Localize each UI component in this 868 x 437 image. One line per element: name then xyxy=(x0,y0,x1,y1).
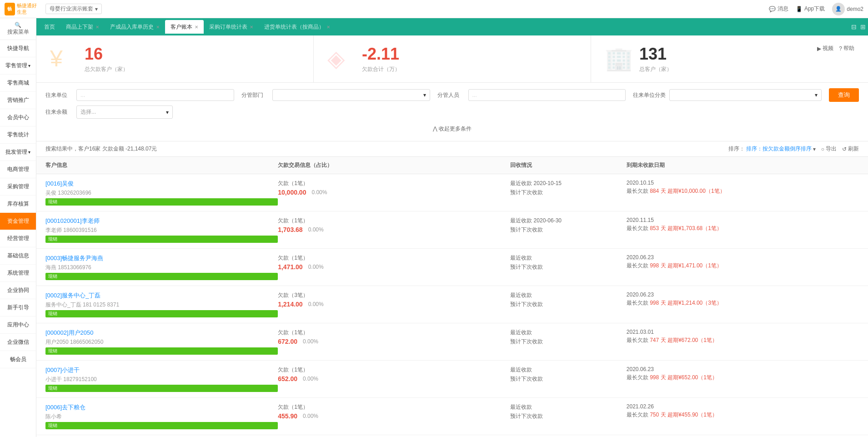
overdue-link[interactable]: 超期¥1,214.00（3笔） xyxy=(667,300,722,306)
customer-name-link[interactable]: [0002]服务中心_丁磊 xyxy=(45,291,278,300)
logo-area: 畅 畅捷通好生意 xyxy=(5,3,41,15)
close-icon[interactable]: ✕ xyxy=(195,25,198,30)
debt-percent: 0.00% xyxy=(311,189,327,196)
table-row: [000002]用户2050 用户2050 18665062050 现销 欠款（… xyxy=(36,323,868,361)
debt-percent: 0.00% xyxy=(308,264,324,270)
dept-input[interactable]: ▾ xyxy=(272,89,430,101)
refresh-button[interactable]: ↺ 刷新 xyxy=(842,145,859,153)
overdue-link[interactable]: 超期¥10,000.00（1笔） xyxy=(667,188,725,194)
close-icon[interactable]: ✕ xyxy=(250,25,253,30)
collection-info: 最近收款 预计下次收款 xyxy=(510,329,627,346)
tab-maximize-button[interactable]: ⊞ xyxy=(860,23,866,30)
customer-name-link[interactable]: [0003]畅捷服务尹海燕 xyxy=(45,254,278,262)
overdue-link[interactable]: 超期¥455.90（1笔） xyxy=(667,412,717,418)
sidebar-item-retail-stats[interactable]: 零售统计 xyxy=(0,126,36,144)
sidebar-item-app-center[interactable]: 应用中心 xyxy=(0,316,36,334)
overdue-link[interactable]: 超期¥672.00（1笔） xyxy=(667,337,717,343)
filter-row-2: 往来余额 选择... ▾ xyxy=(45,105,859,119)
collection-info: 最近收款 预计下次收款 xyxy=(510,291,627,308)
debt-percent: 0.00% xyxy=(308,226,324,233)
sort-button[interactable]: 排序： 排序：按欠款金额倒序排序 ▾ xyxy=(728,145,816,153)
balance-input[interactable]: 选择... ▾ xyxy=(76,105,173,119)
debt-amount: 652.00 xyxy=(278,375,297,382)
tab-customer-account[interactable]: 客户账本 ✕ xyxy=(165,20,204,34)
sidebar-item-purchase[interactable]: 采购管理 xyxy=(0,178,36,196)
debt-info: 欠款（1笔） 1,703.68 0.00% xyxy=(278,217,510,233)
manager-input[interactable]: ... xyxy=(468,89,626,101)
customer-name-link[interactable]: [0001020001]李老师 xyxy=(45,217,278,225)
close-icon[interactable]: ✕ xyxy=(326,25,330,30)
search-button[interactable]: 查询 xyxy=(829,88,859,102)
sidebar-item-vip[interactable]: 畅会员 xyxy=(0,351,36,368)
tab-minimize-button[interactable]: ⊟ xyxy=(851,23,857,30)
customer-name-link[interactable]: [0007]小进干 xyxy=(45,366,278,374)
message-icon: 💬 xyxy=(769,6,776,12)
sidebar-item-quick-nav[interactable]: 快捷导航 xyxy=(0,40,36,57)
customer-phone: 用户2050 18665062050 xyxy=(45,338,278,346)
tab-purchase-product-stats[interactable]: 进货单统计表（按商品） ✕ xyxy=(259,20,336,34)
customer-name-link[interactable]: [000002]用户2050 xyxy=(45,329,278,337)
customer-phone: 吴俊 13026203696 xyxy=(45,189,278,197)
tab-product-status[interactable]: 商品上下架 ✕ xyxy=(60,20,105,34)
sidebar-item-enterprise[interactable]: 企业协同 xyxy=(0,282,36,299)
customer-info: [0003]畅捷服务尹海燕 海燕 18513066976 现销 xyxy=(45,254,278,280)
sidebar-item-batch-mgmt[interactable]: 批发管理 ▾ xyxy=(0,144,36,161)
sidebar-item-member[interactable]: 会员中心 xyxy=(0,109,36,126)
video-button[interactable]: ▶ 视频 xyxy=(817,45,833,52)
overdue-info: 2020.10.15 最长欠款 884 天 超期¥10,000.00（1笔） xyxy=(627,180,859,195)
export-button[interactable]: ○ 导出 xyxy=(821,145,837,153)
overdue-link[interactable]: 超期¥1,471.00（1笔） xyxy=(667,262,722,269)
help-button[interactable]: ? 帮助 xyxy=(839,45,854,52)
table-row: [0007]小进干 小进干 18279152100 现销 欠款（1笔） 652.… xyxy=(36,361,868,398)
user-profile-button[interactable]: 👤 demo2 xyxy=(832,3,863,15)
close-icon[interactable]: ✕ xyxy=(95,25,99,30)
tab-bar: 首页 商品上下架 ✕ 产成品入库单历史 ✕ 客户账本 ✕ 采购订单统计表 ✕ 进… xyxy=(36,18,868,35)
debt-count: 欠款（3笔） xyxy=(278,291,510,299)
sidebar-item-system[interactable]: 系统管理 xyxy=(0,265,36,282)
filter-area: 往来单位 ... 分管部门 ▾ 分管人员 xyxy=(36,83,868,141)
tab-actions: ⊟ ⊞ xyxy=(851,23,866,30)
customer-name-link[interactable]: [0006]去下粮仓 xyxy=(45,403,278,412)
debt-info: 欠款（1笔） 672.00 0.00% xyxy=(278,329,510,345)
sidebar-item-finance[interactable]: 资金管理 xyxy=(0,213,36,230)
sidebar-item-newbie[interactable]: 新手引导 xyxy=(0,299,36,316)
top-bar: 畅 畅捷通好生意 母婴行业演示账套 ▾ 💬 消息 📱 App下载 👤 demo2 xyxy=(0,0,868,18)
help-icon: ? xyxy=(839,45,842,52)
tab-product-history[interactable]: 产成品入库单历史 ✕ xyxy=(105,20,165,34)
app-selector[interactable]: 母婴行业演示账套 ▾ xyxy=(45,4,102,14)
total-debt-amount-label: 欠款合计（万） xyxy=(362,65,400,73)
sidebar-item-operations[interactable]: 经营管理 xyxy=(0,230,36,247)
from-unit-input[interactable]: ... xyxy=(76,89,234,101)
sidebar-item-ecommerce[interactable]: 电商管理 xyxy=(0,161,36,178)
sidebar-item-warehouse[interactable]: 库存核算 xyxy=(0,196,36,213)
debt-count: 欠款（1笔） xyxy=(278,403,510,411)
sidebar-item-marketing[interactable]: 营销推广 xyxy=(0,92,36,109)
filter-dept: 分管部门 ▾ xyxy=(241,89,430,101)
customer-tag: 现销 xyxy=(45,347,278,355)
total-debt-customers-number: 16 xyxy=(85,45,128,64)
message-button[interactable]: 💬 消息 xyxy=(769,5,788,13)
collection-info: 最近收款 预计下次收款 xyxy=(510,254,627,271)
sidebar-item-retail-mall[interactable]: 零售商城 xyxy=(0,75,36,92)
logo-text: 畅捷通好生意 xyxy=(17,3,41,15)
debt-amount: 672.00 xyxy=(278,338,297,345)
tab-purchase-stats[interactable]: 采购订单统计表 ✕ xyxy=(204,20,259,34)
debt-percent: 0.00% xyxy=(303,376,318,382)
app-download-button[interactable]: 📱 App下载 xyxy=(796,5,825,13)
customer-name-link[interactable]: [0016]吴俊 xyxy=(45,180,278,188)
customer-phone: 李老师 18600391516 xyxy=(45,226,278,234)
close-icon[interactable]: ✕ xyxy=(156,25,160,30)
unit-category-input[interactable]: ▾ xyxy=(669,89,822,101)
table-row: [0006]去下粮仓 陈小希 现销 欠款（1笔） 455.90 0.00% 最近… xyxy=(36,398,868,435)
tab-home[interactable]: 首页 xyxy=(39,20,60,34)
collapse-filter-button[interactable]: ⋀ 收起更多条件 xyxy=(45,122,859,136)
overdue-link[interactable]: 超期¥1,703.68（1笔） xyxy=(667,225,722,231)
sidebar-item-enterprise-wechat[interactable]: 企业微信 xyxy=(0,334,36,351)
sidebar-item-basic-info[interactable]: 基础信息 xyxy=(0,247,36,265)
overdue-link[interactable]: 超期¥652.00（1笔） xyxy=(667,374,717,381)
search-icon: 🔍 xyxy=(15,22,21,28)
sidebar-search[interactable]: 🔍 搜索菜单 xyxy=(0,18,36,40)
sidebar-item-retail-mgmt[interactable]: 零售管理 ▾ xyxy=(0,57,36,75)
avatar: 👤 xyxy=(832,3,845,15)
customer-phone: 服务中心_丁磊 181 0125 8371 xyxy=(45,301,278,309)
